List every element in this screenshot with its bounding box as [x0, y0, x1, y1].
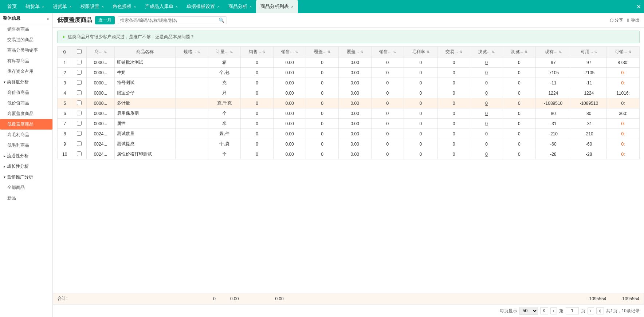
export-button[interactable]: ⬇ 导出 [626, 17, 640, 23]
nav-roles[interactable]: 角色授权 × [108, 0, 140, 13]
nav-purchase-order[interactable]: 进货单 × [48, 0, 76, 13]
cell-checkbox[interactable] [72, 98, 87, 108]
cell-checkbox[interactable] [72, 88, 87, 98]
cell-browse1[interactable]: 0 [470, 129, 503, 139]
cell-checkbox[interactable] [72, 119, 87, 129]
prev-page-btn[interactable]: ‹ [550, 307, 557, 314]
th-sale3[interactable]: 销售... ⇅ [371, 47, 404, 58]
row-checkbox[interactable] [77, 111, 82, 115]
sidebar-item-all-goods[interactable]: 全部商品 [0, 182, 52, 193]
close-sales-order[interactable]: × [42, 4, 44, 9]
last-page-btn[interactable]: ›| [596, 307, 604, 314]
th-unit[interactable]: 计量... ⇅ [208, 47, 241, 58]
sidebar-item-category-rate[interactable]: 商品分类动销率 [0, 45, 52, 56]
th-sale1[interactable]: 销售... ⇅ [241, 47, 274, 58]
row-checkbox[interactable] [77, 60, 82, 64]
cell-checkbox[interactable] [72, 139, 87, 149]
sidebar-item-high-gross[interactable]: 高毛利商品 [0, 130, 52, 140]
th-stock1[interactable]: 现有... ⇅ [535, 47, 571, 58]
th-stock2[interactable]: 可用... ⇅ [571, 47, 607, 58]
th-code[interactable]: 商... ⇅ [87, 47, 114, 58]
sidebar-item-sales-goods[interactable]: 销售类商品 [0, 24, 52, 35]
th-browse2[interactable]: 浏览... ⇅ [503, 47, 535, 58]
share-button[interactable]: ⬡ 分享 [610, 17, 623, 23]
sidebar-item-low-value[interactable]: 低价值商品 [0, 98, 52, 108]
date-filter-recent-month[interactable]: 近一月 [95, 16, 115, 24]
row-checkbox[interactable] [77, 121, 82, 126]
th-name[interactable]: 商品名称 [114, 47, 175, 58]
th-gross-rate[interactable]: 毛利率 ⇅ [404, 47, 438, 58]
th-cov1[interactable]: 覆盖... ⇅ [306, 47, 339, 58]
sidebar-group-marketing[interactable]: ▾ 营销推广分析 [0, 172, 52, 182]
th-saleable[interactable]: 可销... ⇅ [607, 47, 640, 58]
row-checkbox[interactable] [77, 100, 82, 105]
close-template-settings[interactable]: × [217, 4, 219, 9]
nav-permissions[interactable]: 权限设置 × [76, 0, 108, 13]
next-page-btn[interactable]: › [588, 307, 594, 314]
pagination: 每页显示 50 100 200 K ‹ 第 页 › ›| 共1页，10条记录 [53, 304, 644, 317]
th-spec[interactable]: 规格... ⇅ [176, 47, 208, 58]
cell-browse1[interactable]: 0 [470, 88, 503, 98]
sidebar-group-growth[interactable]: ▸ 成长性分析 [0, 161, 52, 172]
table-container[interactable]: ⚙ 商... ⇅ 商品名称 规格... ⇅ 计量... ⇅ 销售... ⇅ 销售… [53, 46, 644, 293]
sidebar-group-coverage[interactable]: ▾ 类群度分析 [0, 77, 52, 87]
sidebar-collapse-btn[interactable]: « [47, 16, 50, 21]
close-permissions[interactable]: × [102, 4, 104, 9]
nav-home[interactable]: 首页 [3, 0, 21, 13]
nav-template-settings[interactable]: 单据模板设置 × [182, 0, 224, 13]
th-settings[interactable]: ⚙ [58, 47, 72, 58]
cell-browse1[interactable]: 0 [470, 139, 503, 149]
cell-checkbox[interactable] [72, 108, 87, 119]
cell-checkbox[interactable] [72, 149, 87, 159]
cell-browse1[interactable]: 0 [470, 78, 503, 88]
row-checkbox[interactable] [77, 131, 82, 136]
row-checkbox[interactable] [77, 80, 82, 85]
nav-product-inbound[interactable]: 产成品入库单 × [141, 0, 182, 13]
row-checkbox[interactable] [77, 151, 82, 156]
nav-close-all[interactable]: ✕ [636, 3, 641, 10]
cell-checkbox[interactable] [72, 78, 87, 88]
close-roles[interactable]: × [134, 4, 136, 9]
cell-browse1[interactable]: 0 [470, 68, 503, 78]
cell-checkbox[interactable] [72, 68, 87, 78]
cell-browse1[interactable]: 0 [470, 149, 503, 159]
nav-product-analysis[interactable]: 商品分析 × [224, 0, 256, 13]
sidebar-item-high-value[interactable]: 高价值商品 [0, 87, 52, 98]
row-checkbox[interactable] [77, 90, 82, 95]
cell-saleable: 360: [607, 108, 640, 119]
cell-checkbox[interactable] [72, 129, 87, 139]
cell-browse1[interactable]: 0 [470, 108, 503, 119]
cell-checkbox[interactable] [72, 58, 87, 68]
cell-browse1[interactable]: 0 [470, 58, 503, 68]
cell-browse1[interactable]: 0 [470, 98, 503, 108]
per-page-select[interactable]: 50 100 200 [519, 307, 538, 315]
sidebar-item-new-goods[interactable]: 新品 [0, 193, 52, 203]
th-trade[interactable]: 交易... ⇅ [437, 47, 470, 58]
close-product-analysis[interactable]: × [250, 4, 252, 9]
search-icon[interactable]: 🔍 [219, 17, 224, 23]
page-number-input[interactable] [566, 307, 579, 314]
search-input[interactable] [120, 18, 219, 23]
select-all-checkbox[interactable] [77, 49, 82, 54]
row-checkbox[interactable] [77, 141, 82, 146]
close-product-analysis-list[interactable]: × [291, 4, 293, 9]
cell-browse1[interactable]: 0 [470, 119, 503, 129]
close-purchase-order[interactable]: × [69, 4, 71, 9]
th-browse1[interactable]: 浏览... ⇅ [470, 47, 503, 58]
th-cov2[interactable]: 覆盖... ⇅ [338, 47, 371, 58]
sidebar-item-low-coverage[interactable]: 低覆盖度商品 [0, 119, 52, 130]
first-page-btn[interactable]: K [540, 307, 548, 314]
sidebar-item-traded-goods[interactable]: 交易过的商品 [0, 35, 52, 45]
sidebar-item-in-stock[interactable]: 有库存商品 [0, 56, 52, 66]
nav-product-analysis-list[interactable]: 商品分析列表 × [256, 0, 298, 13]
th-sale2[interactable]: 销售... ⇅ [273, 47, 306, 58]
row-checkbox[interactable] [77, 70, 82, 75]
sidebar-item-capital[interactable]: 库存资金占用 [0, 66, 52, 77]
nav-sales-order[interactable]: 销货单 × [21, 0, 48, 13]
cell-trade: 0 [437, 88, 470, 98]
sidebar-item-high-coverage[interactable]: 高覆盖度商品 [0, 108, 52, 119]
close-product-inbound[interactable]: × [176, 4, 178, 9]
sidebar-group-circulation[interactable]: ▸ 流通性分析 [0, 151, 52, 161]
cell-sale2: 0.00 [273, 68, 306, 78]
sidebar-item-low-gross[interactable]: 低毛利商品 [0, 140, 52, 151]
